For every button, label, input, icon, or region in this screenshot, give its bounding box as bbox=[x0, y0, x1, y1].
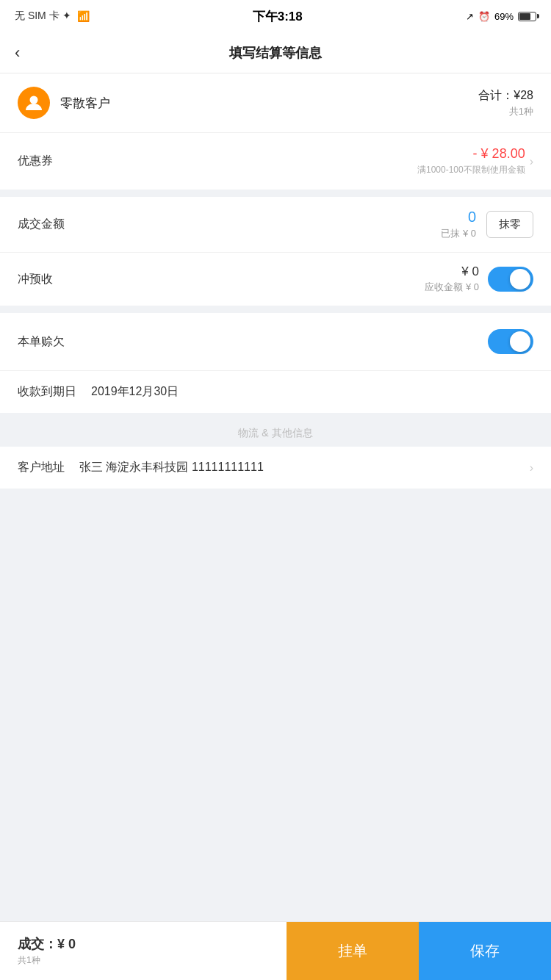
duedate-row[interactable]: 收款到期日 2019年12月30日 bbox=[0, 370, 551, 413]
battery-percent: 69% bbox=[494, 11, 514, 22]
status-left: 无 SIM 卡 ✦ 📶 bbox=[15, 10, 90, 23]
save-button[interactable]: 保存 bbox=[419, 922, 551, 980]
wifi-icon: 📶 bbox=[77, 10, 90, 22]
status-right: ↗ ⏰ 69% bbox=[466, 11, 536, 22]
customer-avatar bbox=[18, 87, 50, 119]
content: 零散客户 合计：¥28 共1种 优惠券 - ¥ 28.00 满1000-100不… bbox=[0, 73, 551, 980]
coupon-label: 优惠券 bbox=[18, 154, 53, 169]
bottom-info: 成交：¥ 0 共1种 bbox=[0, 935, 287, 967]
spacer bbox=[0, 489, 551, 518]
hold-button[interactable]: 挂单 bbox=[287, 922, 419, 980]
debt-row: 本单赊欠 bbox=[0, 313, 551, 370]
signal-text: 无 SIM 卡 ✦ bbox=[15, 10, 71, 23]
prerecv-sub: 应收金额 ¥ 0 bbox=[425, 281, 479, 294]
deal-label: 成交金额 bbox=[18, 217, 65, 232]
logistics-divider: 物流 & 其他信息 bbox=[0, 420, 551, 447]
customer-name: 零散客户 bbox=[60, 95, 110, 112]
duedate-label: 收款到期日 bbox=[18, 384, 76, 400]
status-bar: 无 SIM 卡 ✦ 📶 下午3:18 ↗ ⏰ 69% bbox=[0, 0, 551, 32]
logistics-title: 物流 & 其他信息 bbox=[238, 427, 312, 440]
debt-section: 本单赊欠 收款到期日 2019年12月30日 bbox=[0, 313, 551, 413]
prerecv-row: 冲预收 ¥ 0 应收金额 ¥ 0 bbox=[0, 252, 551, 306]
coupon-right: - ¥ 28.00 满1000-100不限制使用金额 › bbox=[417, 146, 533, 176]
customer-row: 零散客户 合计：¥28 共1种 bbox=[0, 73, 551, 132]
deal-value: 0 已抹 ¥ 0 bbox=[441, 209, 476, 240]
customer-total: 合计：¥28 共1种 bbox=[478, 88, 533, 118]
customer-left: 零散客户 bbox=[18, 87, 110, 119]
location-icon: ↗ bbox=[466, 11, 474, 22]
coupon-amount: - ¥ 28.00 bbox=[417, 146, 525, 162]
total-count: 共1种 bbox=[478, 105, 533, 118]
svg-point-0 bbox=[30, 96, 38, 104]
coupon-values: - ¥ 28.00 满1000-100不限制使用金额 bbox=[417, 146, 525, 176]
bottom-bar: 成交：¥ 0 共1种 挂单 保存 bbox=[0, 921, 551, 980]
toggle-knob bbox=[510, 269, 530, 289]
prerecv-amounts: ¥ 0 应收金额 ¥ 0 bbox=[425, 264, 479, 294]
bottom-deal: 成交：¥ 0 bbox=[18, 935, 269, 953]
address-row[interactable]: 客户地址 张三 海淀永丰科技园 11111111111 › bbox=[0, 447, 551, 489]
deal-amount-row: 成交金额 0 已抹 ¥ 0 抹零 bbox=[0, 197, 551, 252]
status-time: 下午3:18 bbox=[253, 8, 303, 25]
customer-card: 零散客户 合计：¥28 共1种 优惠券 - ¥ 28.00 满1000-100不… bbox=[0, 73, 551, 190]
address-label: 客户地址 bbox=[18, 460, 65, 475]
nav-bar: ‹ 填写结算等信息 bbox=[0, 32, 551, 73]
user-icon bbox=[24, 93, 43, 112]
duedate-value: 2019年12月30日 bbox=[91, 384, 179, 400]
total-amount: 合计：¥28 bbox=[478, 88, 533, 104]
deal-amount: 0 bbox=[441, 209, 476, 226]
bottom-actions: 挂单 保存 bbox=[287, 922, 551, 980]
battery-icon bbox=[518, 12, 536, 21]
prerecv-label: 冲预收 bbox=[18, 272, 53, 287]
prerecv-amount: ¥ 0 bbox=[425, 264, 479, 279]
deal-sub: 已抹 ¥ 0 bbox=[441, 227, 476, 240]
debt-label: 本单赊欠 bbox=[18, 334, 65, 350]
address-value: 张三 海淀永丰科技园 11111111111 bbox=[79, 460, 530, 475]
back-button[interactable]: ‹ bbox=[15, 43, 20, 62]
debt-toggle-knob bbox=[510, 331, 530, 352]
address-chevron-icon: › bbox=[530, 461, 533, 475]
alarm-icon: ⏰ bbox=[478, 11, 490, 22]
bottom-deal-label: 成交： bbox=[18, 937, 57, 951]
bottom-count: 共1种 bbox=[18, 954, 269, 967]
prerecv-right: ¥ 0 应收金额 ¥ 0 bbox=[425, 264, 533, 294]
coupon-desc: 满1000-100不限制使用金额 bbox=[417, 164, 525, 176]
transaction-section: 成交金额 0 已抹 ¥ 0 抹零 冲预收 ¥ 0 应收金额 ¥ 0 bbox=[0, 197, 551, 306]
chevron-right-icon: › bbox=[530, 155, 533, 168]
coupon-row[interactable]: 优惠券 - ¥ 28.00 满1000-100不限制使用金额 › bbox=[0, 132, 551, 190]
debt-toggle[interactable] bbox=[488, 329, 533, 354]
bottom-deal-amount: ¥ 0 bbox=[57, 937, 76, 951]
nav-title: 填写结算等信息 bbox=[229, 44, 322, 62]
deal-right: 0 已抹 ¥ 0 抹零 bbox=[441, 209, 533, 240]
round-off-button[interactable]: 抹零 bbox=[486, 211, 533, 238]
prerecv-toggle[interactable] bbox=[488, 267, 533, 292]
